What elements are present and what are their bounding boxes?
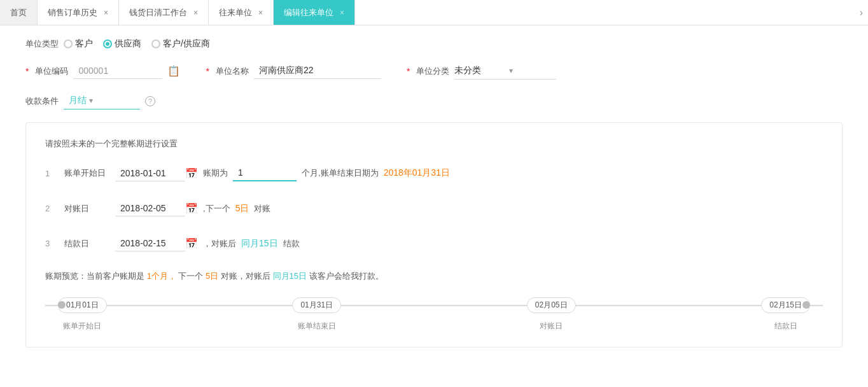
unit-type-label: 单位类型 bbox=[25, 38, 59, 50]
payment-prefix: ，对账后 bbox=[203, 238, 236, 250]
preview-mid2: 对账，对账后 bbox=[221, 271, 270, 281]
timeline-date-2: 01月31日 bbox=[292, 297, 341, 313]
radio-both[interactable]: 客户/供应商 bbox=[151, 38, 210, 50]
unit-code-label: 单位编码 bbox=[35, 66, 68, 77]
unit-type-field: 单位类型 客户 供应商 客户/供应商 bbox=[25, 38, 210, 50]
period-end-date: 2018年01月31日 bbox=[384, 167, 450, 179]
preview-mid: 下一个 bbox=[178, 271, 203, 281]
account-start-date-input[interactable] bbox=[115, 165, 185, 181]
payment-terms-arrow-icon: ▾ bbox=[89, 96, 93, 105]
preview-suffix: 该客户会给我打款。 bbox=[309, 271, 384, 281]
card-instruction: 请按照未来的一个完整帐期进行设置 bbox=[45, 138, 823, 150]
tab-sales-history-close[interactable]: × bbox=[104, 8, 108, 17]
unit-name-field: * 单位名称 bbox=[206, 63, 381, 79]
payment-terms-label: 收款条件 bbox=[25, 95, 59, 107]
row-number-3: 3 bbox=[45, 239, 64, 248]
unit-info-row: * 单位编码 📋 * 单位名称 * 单位分类 未分类 ▾ bbox=[25, 62, 843, 80]
copy-icon[interactable]: 📋 bbox=[167, 65, 180, 77]
preview-text: 账期预览：当前客户账期是 1个月， 下一个 5日 对账，对账后 同月15日 该客… bbox=[45, 271, 823, 282]
radio-both-circle bbox=[151, 39, 160, 48]
tab-partner-label: 往来单位 bbox=[219, 7, 252, 18]
unit-category-required: * bbox=[407, 66, 410, 76]
timeline-left-dot bbox=[58, 301, 66, 309]
calendar-icon-1[interactable]: 📅 bbox=[185, 167, 198, 179]
period-suffix-1: 个月,账单结束日期为 bbox=[302, 167, 379, 179]
timeline-nodes: 01月01日 账单开始日 01月31日 账单结束日 02月05日 对账日 02月… bbox=[58, 297, 810, 332]
period-input[interactable] bbox=[233, 165, 297, 181]
timeline-label-1: 账单开始日 bbox=[63, 321, 101, 332]
help-icon[interactable]: ? bbox=[145, 96, 155, 106]
row-number-2: 2 bbox=[45, 204, 64, 213]
unit-type-row: 单位类型 客户 供应商 客户/供应商 bbox=[25, 38, 843, 50]
unit-category-field: * 单位分类 未分类 ▾ bbox=[407, 62, 556, 80]
unit-category-value: 未分类 bbox=[454, 65, 481, 76]
reconcile-date-input[interactable] bbox=[115, 201, 185, 216]
preview-h2: 5日 bbox=[206, 271, 218, 281]
radio-customer-circle bbox=[64, 39, 73, 48]
unit-category-label: 单位分类 bbox=[416, 66, 449, 77]
timeline: 01月01日 账单开始日 01月31日 账单结束日 02月05日 对账日 02月… bbox=[45, 297, 823, 332]
radio-customer-label: 客户 bbox=[75, 38, 93, 50]
calendar-icon-2[interactable]: 📅 bbox=[185, 202, 198, 215]
calendar-icon-3[interactable]: 📅 bbox=[185, 237, 198, 250]
tab-edit-partner-label: 编辑往来单位 bbox=[284, 7, 333, 18]
timeline-label-3: 对账日 bbox=[540, 321, 563, 332]
unit-category-arrow-icon: ▾ bbox=[509, 66, 513, 75]
unit-name-label: 单位名称 bbox=[216, 66, 249, 77]
unit-code-input[interactable] bbox=[73, 63, 162, 79]
radio-supplier[interactable]: 供应商 bbox=[103, 38, 141, 50]
tab-sales-history-label: 销售订单历史 bbox=[48, 7, 97, 18]
reconcile-day-highlight: 5日 bbox=[235, 203, 249, 215]
preview-h3: 同月15日 bbox=[273, 271, 307, 281]
payment-terms-row: 收款条件 月结 ▾ ? bbox=[25, 92, 843, 109]
payment-terms-field: 收款条件 月结 ▾ ? bbox=[25, 92, 155, 109]
tab-bar: 首页 销售订单历史 × 钱货日清工作台 × 往来单位 × 编辑往来单位 × › bbox=[0, 0, 868, 25]
tab-partner-close[interactable]: × bbox=[258, 8, 263, 17]
timeline-node-2: 01月31日 账单结束日 bbox=[292, 297, 341, 332]
setting-row-1: 1 账单开始日 📅 账期为 个月,账单结束日期为 2018年01月31日 bbox=[45, 165, 823, 181]
row-number-1: 1 bbox=[45, 169, 64, 178]
payment-terms-value: 月结 bbox=[69, 95, 87, 106]
radio-supplier-label: 供应商 bbox=[115, 38, 141, 50]
unit-code-field: * 单位编码 📋 bbox=[25, 63, 180, 79]
radio-group-unit-type: 客户 供应商 客户/供应商 bbox=[64, 38, 210, 50]
tab-cash-work-close[interactable]: × bbox=[193, 8, 198, 17]
tab-edit-partner[interactable]: 编辑往来单位 × bbox=[274, 0, 355, 25]
preview-h1: 1个月， bbox=[147, 271, 176, 281]
tab-home-label: 首页 bbox=[10, 7, 27, 18]
settings-card: 请按照未来的一个完整帐期进行设置 1 账单开始日 📅 账期为 个月,账单结束日期… bbox=[25, 122, 843, 348]
tab-partner[interactable]: 往来单位 × bbox=[209, 0, 274, 25]
timeline-date-3: 02月05日 bbox=[527, 297, 576, 313]
timeline-node-3: 02月05日 对账日 bbox=[527, 297, 576, 332]
tab-edit-partner-close[interactable]: × bbox=[340, 8, 344, 17]
payment-suffix: 结款 bbox=[283, 238, 300, 250]
row-label-2: 对账日 bbox=[64, 203, 115, 215]
radio-customer[interactable]: 客户 bbox=[64, 38, 93, 50]
unit-name-required: * bbox=[206, 66, 209, 76]
timeline-node-1: 01月01日 账单开始日 bbox=[58, 297, 107, 332]
timeline-label-2: 账单结束日 bbox=[298, 321, 336, 332]
unit-code-required: * bbox=[25, 66, 29, 76]
unit-name-input[interactable] bbox=[254, 63, 381, 79]
row-label-3: 结款日 bbox=[64, 238, 115, 250]
radio-supplier-circle bbox=[103, 39, 112, 48]
payment-date-input[interactable] bbox=[115, 236, 185, 251]
tab-sales-history[interactable]: 销售订单历史 × bbox=[38, 0, 119, 25]
unit-category-dropdown[interactable]: 未分类 ▾ bbox=[454, 62, 556, 80]
tab-home[interactable]: 首页 bbox=[0, 0, 38, 25]
row-label-1: 账单开始日 bbox=[64, 167, 115, 179]
tab-cash-work-label: 钱货日清工作台 bbox=[129, 7, 187, 18]
tab-cash-work[interactable]: 钱货日清工作台 × bbox=[119, 0, 209, 25]
main-content: 单位类型 客户 供应商 客户/供应商 * 单位编码 bbox=[0, 25, 868, 387]
setting-row-3: 3 结款日 📅 ，对账后 同月15日 结款 bbox=[45, 236, 823, 251]
payment-day-highlight: 同月15日 bbox=[241, 238, 278, 250]
reconcile-suffix: 对账 bbox=[254, 203, 270, 215]
timeline-label-4: 结款日 bbox=[774, 321, 797, 332]
tab-scroll-right[interactable]: › bbox=[855, 0, 868, 25]
period-prefix: 账期为 bbox=[203, 167, 228, 179]
preview-prefix: 账期预览：当前客户账期是 bbox=[45, 271, 144, 281]
setting-row-2: 2 对账日 📅 ,下一个 5日 对账 bbox=[45, 201, 823, 216]
payment-terms-dropdown[interactable]: 月结 ▾ bbox=[64, 92, 140, 109]
reconcile-prefix: ,下一个 bbox=[203, 203, 230, 215]
radio-both-label: 客户/供应商 bbox=[163, 38, 210, 50]
